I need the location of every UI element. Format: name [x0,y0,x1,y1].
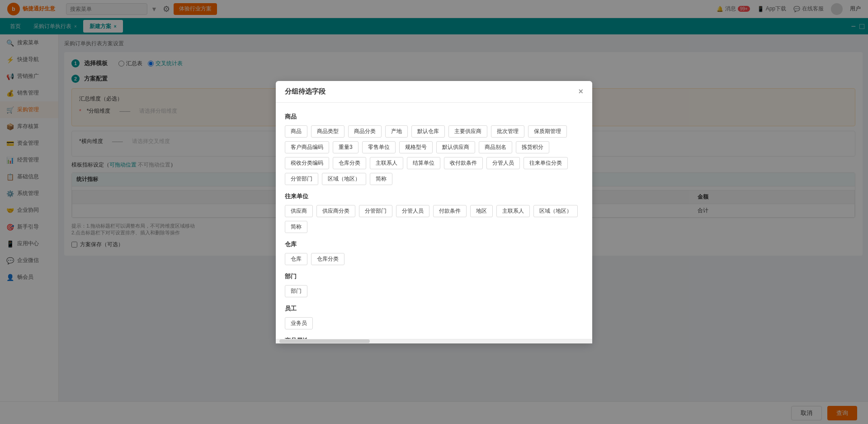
section-partner: 往来单位 供应商 供应商分类 分管部门 分管人员 付款条件 地区 主联系人 区域… [285,192,583,233]
section-department-fields: 部门 [285,285,583,297]
field-pick-points[interactable]: 拣货积分 [516,141,549,153]
field-pay-terms[interactable]: 付款条件 [433,205,467,217]
field-main-supplier[interactable]: 主要供应商 [448,125,487,138]
section-partner-fields: 供应商 供应商分类 分管部门 分管人员 付款条件 地区 主联系人 区域（地区） … [285,205,583,233]
field-origin[interactable]: 产地 [385,125,408,138]
field-weight[interactable]: 重量3 [333,141,359,153]
section-partner-title: 往来单位 [285,192,583,200]
modal-overlay: 分组待选字段 × 商品 商品 商品类型 商品分类 产地 默认仓库 主要供应商 批… [0,0,868,424]
field-spec-model[interactable]: 规格型号 [399,141,433,153]
section-department: 部门 部门 [285,272,583,297]
field-partner-region[interactable]: 区域（地区） [533,205,578,217]
field-payment-terms[interactable]: 收付款条件 [444,157,483,169]
section-employee-title: 员工 [285,305,583,313]
field-abbr[interactable]: 简称 [370,173,392,185]
section-department-title: 部门 [285,272,583,281]
modal-header: 分组待选字段 × [276,81,592,103]
field-area[interactable]: 地区 [470,205,493,217]
section-product: 商品 商品 商品类型 商品分类 产地 默认仓库 主要供应商 批次管理 保质期管理… [285,113,583,185]
field-product[interactable]: 商品 [285,125,307,138]
section-employee-fields: 业务员 [285,317,583,329]
modal-body: 商品 商品 商品类型 商品分类 产地 默认仓库 主要供应商 批次管理 保质期管理… [276,103,592,339]
section-employee: 员工 业务员 [285,305,583,329]
field-warehouse[interactable]: 仓库 [285,253,307,265]
field-partner-category[interactable]: 往来单位分类 [524,157,568,169]
field-region[interactable]: 区域（地区） [322,173,366,185]
field-charge-dept[interactable]: 分管部门 [285,173,318,185]
field-product-category[interactable]: 商品分类 [348,125,382,138]
field-retail-unit[interactable]: 零售单位 [362,141,396,153]
field-customer-code[interactable]: 客户商品编码 [285,141,329,153]
field-partner-charge-dept[interactable]: 分管部门 [359,205,392,217]
field-warehouse-cat[interactable]: 仓库分类 [311,253,344,265]
modal-close-button[interactable]: × [578,87,583,95]
field-supplier-category[interactable]: 供应商分类 [316,205,355,217]
modal-title: 分组待选字段 [285,87,326,96]
modal-scrollbar-thumb[interactable] [279,339,370,343]
modal-scrollbar[interactable] [276,339,592,343]
field-charge-person[interactable]: 分管人员 [486,157,520,169]
section-product-fields: 商品 商品类型 商品分类 产地 默认仓库 主要供应商 批次管理 保质期管理 客户… [285,125,583,185]
modal-dialog: 分组待选字段 × 商品 商品 商品类型 商品分类 产地 默认仓库 主要供应商 批… [276,81,592,343]
field-main-contact[interactable]: 主联系人 [370,157,403,169]
section-product-title: 商品 [285,113,583,121]
field-batch-mgmt[interactable]: 批次管理 [491,125,524,138]
field-partner-abbr[interactable]: 简称 [285,221,307,233]
section-warehouse-title: 仓库 [285,240,583,248]
field-default-supplier[interactable]: 默认供应商 [436,141,475,153]
field-product-type[interactable]: 商品类型 [311,125,344,138]
field-expiry-mgmt[interactable]: 保质期管理 [528,125,567,138]
field-salesperson[interactable]: 业务员 [285,317,313,329]
field-default-warehouse[interactable]: 默认仓库 [411,125,445,138]
field-partner-contact[interactable]: 主联系人 [496,205,530,217]
field-tax-code[interactable]: 税收分类编码 [285,157,329,169]
section-warehouse-fields: 仓库 仓库分类 [285,253,583,265]
field-settlement-unit[interactable]: 结算单位 [407,157,440,169]
field-product-alias[interactable]: 商品别名 [479,141,512,153]
section-warehouse: 仓库 仓库 仓库分类 [285,240,583,265]
field-supplier[interactable]: 供应商 [285,205,313,217]
field-warehouse-category[interactable]: 仓库分类 [333,157,366,169]
field-dept[interactable]: 部门 [285,285,307,297]
field-partner-charge-person[interactable]: 分管人员 [396,205,429,217]
